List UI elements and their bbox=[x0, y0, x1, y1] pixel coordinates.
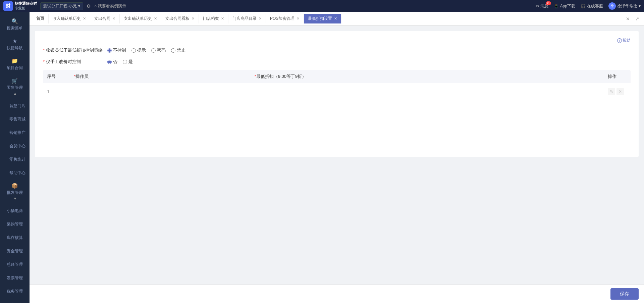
sidebar-arrow-retail: ▲ bbox=[13, 92, 17, 95]
project-selector[interactable]: 测试分开开程-小兄 ▾ bbox=[40, 2, 83, 10]
tab-label-payment-contract: 支出合同 bbox=[94, 16, 110, 21]
delete-row-button-1[interactable]: ✕ bbox=[616, 88, 624, 95]
sidebar-item-ledger[interactable]: 总账管理 bbox=[4, 257, 25, 271]
tab-bar: 首页收入确认单历史✕支出合同✕支出确认单历史✕支出合同看板✕门店档案✕门店商品目… bbox=[30, 12, 644, 26]
sidebar-item-retail-mall[interactable]: 零售商城 bbox=[4, 112, 25, 125]
topbar-settings-button[interactable]: ⚙ bbox=[87, 3, 91, 9]
sidebar-item-retail[interactable]: 🛒零售管理▲ bbox=[4, 74, 25, 99]
policy-radio-nocontrol[interactable]: 不控制 bbox=[107, 47, 126, 53]
top-bar: 财 畅捷通好业财 专业版 测试分开开程-小兄 ▾ ⚙ ○ 我要看实例演示 ✉ 消… bbox=[0, 0, 644, 12]
demo-icon: ○ bbox=[94, 4, 97, 8]
required-star-2: * bbox=[43, 59, 45, 64]
expand-tab-button[interactable]: ⤢ bbox=[633, 15, 641, 22]
sidebar-label-ecommerce: 小畅电商 bbox=[7, 208, 23, 214]
policy-radio-password[interactable]: 密码 bbox=[151, 47, 166, 53]
cashier-policy-row: * 收银员低于最低折扣控制策略 不控制提示密码禁止 bbox=[43, 47, 631, 53]
topbar-left: 财 畅捷通好业财 专业版 测试分开开程-小兄 ▾ ⚙ ○ 我要看实例演示 bbox=[3, 1, 126, 11]
policy-radio-input-password[interactable] bbox=[151, 48, 156, 53]
policy-radio-label-password: 密码 bbox=[157, 47, 166, 53]
tab-pos-password[interactable]: POS加密管理✕ bbox=[266, 14, 304, 23]
tab-close-store-catalog[interactable]: ✕ bbox=[259, 16, 262, 21]
tab-payment-history[interactable]: 支出确认单历史✕ bbox=[120, 14, 161, 23]
manual-price-label: * 仅手工改价时控制 bbox=[43, 59, 103, 65]
manual-radio-input-yes[interactable] bbox=[123, 60, 127, 64]
sidebar-label-ledger: 总账管理 bbox=[7, 262, 23, 267]
tab-label-store-catalog: 门店商品目录 bbox=[232, 16, 257, 21]
sidebar-item-assets[interactable]: 固定资产 bbox=[4, 298, 25, 303]
edit-row-button-1[interactable]: ✎ bbox=[608, 88, 615, 95]
page-content: ? 帮助 * 收银员低于最低折扣控制策略 不控制提示密码禁止 * bbox=[30, 26, 644, 285]
user-dropdown-icon: ▾ bbox=[639, 4, 641, 8]
policy-radio-forbid[interactable]: 禁止 bbox=[171, 47, 185, 53]
help-icon: ? bbox=[617, 38, 622, 43]
sidebar-item-member[interactable]: 会员中心 bbox=[4, 139, 25, 152]
sidebar-item-project[interactable]: 📁项目合同 bbox=[4, 54, 25, 74]
app-download-button[interactable]: 📱 App下载 bbox=[554, 3, 575, 9]
policy-radio-input-remind[interactable] bbox=[131, 48, 136, 53]
tab-close-pos-password[interactable]: ✕ bbox=[297, 16, 300, 21]
manual-radio-no[interactable]: 否 bbox=[107, 59, 117, 65]
save-button[interactable]: 保存 bbox=[610, 288, 639, 300]
sidebar-item-tax[interactable]: 税务管理 bbox=[4, 284, 25, 298]
sidebar-item-quicknav[interactable]: ★快捷导航 bbox=[4, 35, 25, 54]
policy-radio-input-forbid[interactable] bbox=[171, 48, 175, 53]
policy-radio-input-nocontrol[interactable] bbox=[107, 48, 112, 53]
tab-close-payment-history[interactable]: ✕ bbox=[154, 16, 157, 21]
policy-radio-label-forbid: 禁止 bbox=[177, 47, 185, 53]
cashier-policy-label: * 收银员低于最低折扣控制策略 bbox=[43, 47, 103, 53]
sidebar-label-search: 搜索菜单 bbox=[7, 26, 23, 31]
manual-price-row: * 仅手工改价时控制 否是 bbox=[43, 59, 631, 65]
tab-close-store-file[interactable]: ✕ bbox=[221, 16, 224, 21]
sidebar-label-marketing: 营销推广 bbox=[9, 130, 25, 136]
app-name: 畅捷通好业财 bbox=[15, 1, 37, 6]
sidebar-label-quicknav: 快捷导航 bbox=[7, 45, 23, 51]
sidebar-item-help[interactable]: 帮助中心 bbox=[4, 166, 25, 179]
help-link[interactable]: ? 帮助 bbox=[617, 38, 631, 43]
sidebar-item-purchase[interactable]: 采购管理 bbox=[4, 217, 25, 231]
help-label: 帮助 bbox=[623, 38, 631, 43]
demo-link[interactable]: ○ 我要看实例演示 bbox=[94, 3, 126, 9]
sidebar-item-smart-store[interactable]: 智慧门店 bbox=[4, 99, 25, 112]
tab-store-file[interactable]: 门店档案✕ bbox=[199, 14, 228, 23]
settings-form-card: ? 帮助 * 收银员低于最低折扣控制策略 不控制提示密码禁止 * bbox=[35, 31, 639, 157]
manual-radio-input-no[interactable] bbox=[107, 60, 112, 64]
sidebar-icon-retail: 🛒 bbox=[11, 78, 18, 84]
sidebar-item-retail-stats[interactable]: 零售统计 bbox=[4, 152, 25, 166]
sidebar-item-wholesale[interactable]: 📦批发管理▼ bbox=[4, 179, 25, 204]
tab-close-payment-contract[interactable]: ✕ bbox=[112, 16, 115, 21]
sidebar-label-wholesale: 批发管理 bbox=[7, 190, 23, 196]
tab-min-discount[interactable]: 最低折扣设置✕ bbox=[304, 14, 341, 23]
manual-radio-yes[interactable]: 是 bbox=[123, 59, 133, 65]
sidebar-label-help: 帮助中心 bbox=[9, 170, 25, 176]
sidebar-item-invoice[interactable]: 发票管理 bbox=[4, 271, 25, 284]
tab-home[interactable]: 首页 bbox=[32, 14, 49, 23]
manual-radio-label-no: 否 bbox=[113, 59, 117, 65]
policy-radio-label-nocontrol: 不控制 bbox=[113, 47, 126, 53]
td-seq-1: 1 bbox=[43, 87, 70, 96]
sidebar-item-finance[interactable]: 资金管理 bbox=[4, 244, 25, 257]
tab-close-min-discount[interactable]: ✕ bbox=[334, 16, 337, 21]
table-row: 1 ✎ ✕ bbox=[43, 83, 631, 100]
sidebar-item-search[interactable]: 🔍搜索菜单 bbox=[4, 15, 25, 35]
sidebar-label-purchase: 采购管理 bbox=[7, 221, 23, 227]
messages-button[interactable]: ✉ 消息 8 bbox=[536, 3, 548, 9]
tab-close-income-history[interactable]: ✕ bbox=[83, 16, 86, 21]
tab-payment-board[interactable]: 支出合同看板✕ bbox=[161, 14, 199, 23]
sidebar-item-marketing[interactable]: 营销推广 bbox=[4, 125, 25, 139]
tab-payment-contract[interactable]: 支出合同✕ bbox=[90, 14, 120, 23]
customer-service-button[interactable]: 🎧 在线客服 bbox=[581, 3, 603, 9]
tab-store-catalog[interactable]: 门店商品目录✕ bbox=[228, 14, 266, 23]
sidebar-icon-project: 📁 bbox=[11, 58, 18, 64]
user-menu[interactable]: 徐 徐泽华修改 ▾ bbox=[608, 2, 641, 10]
th-discount: *最低折扣（9.00等于9折） bbox=[251, 70, 604, 83]
dropdown-arrow-icon: ▾ bbox=[78, 4, 80, 8]
policy-radio-label-remind: 提示 bbox=[137, 47, 146, 53]
sidebar-item-inventory[interactable]: 库存核算 bbox=[4, 231, 25, 244]
td-operator-1 bbox=[70, 90, 251, 94]
tab-label-payment-history: 支出确认单历史 bbox=[124, 16, 152, 21]
policy-radio-remind[interactable]: 提示 bbox=[131, 47, 146, 53]
tab-close-payment-board[interactable]: ✕ bbox=[192, 16, 195, 21]
close-tab-button[interactable]: ✕ bbox=[624, 15, 632, 22]
tab-income-history[interactable]: 收入确认单历史✕ bbox=[49, 14, 90, 23]
sidebar-item-ecommerce[interactable]: 小畅电商 bbox=[4, 204, 25, 217]
